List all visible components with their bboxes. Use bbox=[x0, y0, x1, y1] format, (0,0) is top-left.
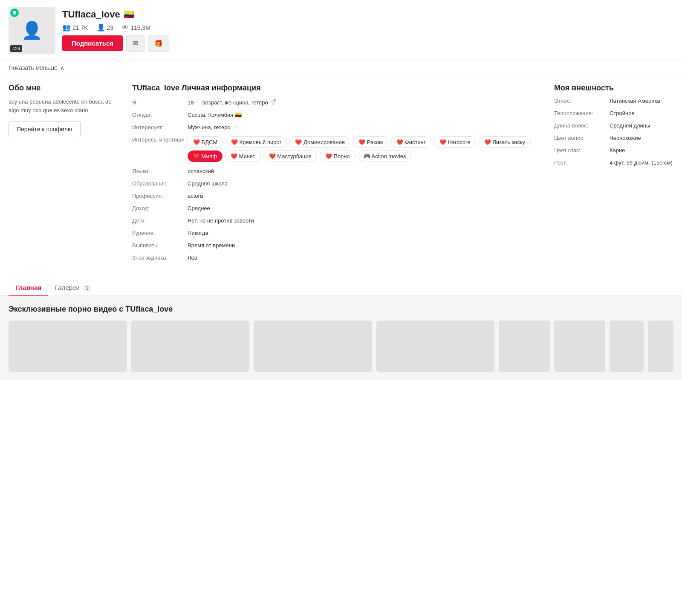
show-less-label: Показать меньше bbox=[9, 64, 58, 71]
video-placeholder-4[interactable] bbox=[376, 321, 495, 372]
smoking-value: Никогда bbox=[188, 230, 541, 236]
views-count: 115,3M bbox=[130, 24, 150, 31]
video-placeholder-3[interactable] bbox=[254, 321, 372, 372]
smoking-row: Курение: Никогда bbox=[132, 230, 541, 236]
appearance-title: Моя внешность bbox=[554, 84, 673, 93]
live-badge bbox=[10, 9, 19, 17]
interest-tag[interactable]: ❤️ Мастурбация bbox=[263, 150, 317, 162]
smoking-label: Курение: bbox=[132, 230, 188, 236]
show-less-button[interactable]: Показать меньше ∧ bbox=[0, 61, 682, 75]
ethnos-value: Латинская Америка bbox=[610, 98, 660, 104]
video-placeholder-7[interactable] bbox=[610, 321, 644, 372]
subscribe-button[interactable]: Подписаться bbox=[62, 35, 123, 51]
children-label: Дети: bbox=[132, 217, 188, 224]
interest-tag[interactable]: ❤️ Минет bbox=[225, 150, 261, 162]
interest-tag[interactable]: ❤️ Лизать киску bbox=[479, 136, 531, 148]
video-placeholder-2[interactable] bbox=[131, 321, 250, 372]
videos-section: Эксклюзивные порно видео с TUflaca_love bbox=[0, 296, 682, 380]
interest-tag[interactable]: ❤️ БДСМ bbox=[188, 136, 223, 148]
video-placeholder-5[interactable] bbox=[499, 321, 550, 372]
username: TUflaca_love bbox=[62, 9, 120, 20]
eye-color-label: Цвет глаз: bbox=[554, 147, 610, 153]
videos-title: Эксклюзивные порно видео с TUflaca_love bbox=[9, 305, 673, 314]
hair-color-label: Цвет волос: bbox=[554, 135, 610, 141]
eye-color-value: Карие bbox=[610, 147, 625, 153]
tab-main[interactable]: Главная bbox=[9, 280, 48, 295]
chevron-up-icon: ∧ bbox=[60, 64, 64, 71]
ya-row: Я: 18 — возраст, женщина, гетеро ⚥ bbox=[132, 99, 541, 106]
about-text: soy una pequeña adolecente en busca de a… bbox=[9, 98, 119, 114]
profession-label: Профессия: bbox=[132, 193, 188, 199]
videos-grid bbox=[9, 321, 673, 372]
stats-row: 👥 21,7K 👤 23 👁 115,3M bbox=[62, 23, 169, 32]
zodiac-row: Знак зодиака: Лев bbox=[132, 254, 541, 261]
gallery-count: 1 bbox=[83, 285, 91, 292]
following-icon: 👤 bbox=[97, 23, 105, 32]
profile-header: 👤 #24 TUflaca_love 🇨🇴 👥 21,7K 👤 23 👁 115… bbox=[0, 0, 682, 61]
children-row: Дети: Нет, но не против завести bbox=[132, 217, 541, 224]
followers-icon: 👥 bbox=[62, 23, 71, 32]
avatar-container: 👤 #24 bbox=[9, 7, 55, 54]
ethnos-row: Этнос: Латинская Америка bbox=[554, 98, 673, 104]
interests-row: Интересы и фетиши : ❤️ БДСМ❤️ Кремовый п… bbox=[132, 136, 541, 162]
education-value: Средняя школа bbox=[188, 180, 541, 187]
education-label: Образование: bbox=[132, 180, 188, 187]
height-label: Рост: bbox=[554, 159, 610, 166]
tab-gallery[interactable]: Галереи 1 bbox=[48, 280, 98, 295]
video-placeholder-1[interactable] bbox=[9, 321, 127, 372]
following-stat: 👤 23 bbox=[97, 23, 114, 32]
followers-count: 21,7K bbox=[72, 24, 88, 31]
hair-color-value: Чернокожие bbox=[610, 135, 641, 141]
otkuda-label: Откуда: bbox=[132, 112, 188, 118]
hair-length-row: Длина волос: Средней длины bbox=[554, 122, 673, 129]
profession-value: actora bbox=[188, 193, 541, 199]
drinking-value: Время от времени bbox=[188, 242, 541, 249]
zodiac-label: Знак зодиака: bbox=[132, 254, 188, 261]
income-label: Доход: bbox=[132, 205, 188, 211]
interest-tag[interactable]: ❤️ Раком bbox=[353, 136, 388, 148]
hair-color-row: Цвет волос: Чернокожие bbox=[554, 135, 673, 141]
avatar-icon: 👤 bbox=[21, 20, 43, 40]
otkuda-row: Откуда: Cucuta, Колумбия 🇨🇴 bbox=[132, 112, 541, 118]
followers-stat: 👥 21,7K bbox=[62, 23, 88, 32]
video-placeholder-6[interactable] bbox=[554, 321, 605, 372]
body-row: Телосложение: Стройное bbox=[554, 110, 673, 116]
interest-tag[interactable]: ❤️ Hardcore bbox=[434, 136, 476, 148]
interest-tag[interactable]: ❤️ Порно bbox=[320, 150, 355, 162]
interest-tag[interactable]: ❤️ Фистинг bbox=[391, 136, 431, 148]
video-placeholder-8[interactable] bbox=[648, 321, 673, 372]
yazyki-label: Языки: bbox=[132, 168, 188, 174]
body-label: Телосложение: bbox=[554, 110, 610, 116]
ya-value: 18 — возраст, женщина, гетеро ⚥ bbox=[188, 99, 541, 106]
personal-info-title: TUflaca_love Личная информация bbox=[132, 84, 541, 93]
zodiac-value: Лев bbox=[188, 254, 541, 261]
interest-tag[interactable]: ❤️ Кремовый пирог bbox=[225, 136, 287, 148]
tags-container: ❤️ БДСМ❤️ Кремовый пирог❤️ Доминирование… bbox=[188, 136, 541, 162]
rank-badge: #24 bbox=[10, 45, 22, 52]
ya-value-text: 18 — возраст, женщина, гетеро bbox=[188, 99, 268, 106]
profession-row: Профессия: actora bbox=[132, 193, 541, 199]
message-button[interactable]: ✉ bbox=[126, 35, 144, 52]
hair-length-label: Длина волос: bbox=[554, 122, 610, 129]
actions-row: Подписаться ✉ 🎁 bbox=[62, 35, 169, 52]
height-row: Рост: 4 фут. 59 дюйм. (150 см) bbox=[554, 159, 673, 166]
views-stat: 👁 115,3M bbox=[122, 24, 150, 32]
interest-tag[interactable]: ❤️ Милф bbox=[188, 150, 223, 162]
body-value: Стройное bbox=[610, 110, 635, 116]
ya-label: Я: bbox=[132, 99, 188, 106]
go-to-profile-button[interactable]: Перейти к профилю bbox=[9, 121, 81, 137]
tabs-row: Главная Галереи 1 bbox=[0, 280, 682, 296]
interest-tag[interactable]: ❤️ Доминирование bbox=[289, 136, 350, 148]
income-value: Среднее bbox=[188, 205, 541, 211]
interest-tag[interactable]: 🎮 Action movies bbox=[358, 150, 412, 162]
gift-button[interactable]: 🎁 bbox=[148, 35, 169, 52]
about-section: Обо мне soy una pequeña adolecente en bu… bbox=[9, 84, 119, 267]
drinking-row: Выпивать: Время от времени bbox=[132, 242, 541, 249]
profile-body: Обо мне soy una pequeña adolecente en bu… bbox=[0, 75, 682, 275]
gender-icon: ⚥ bbox=[271, 99, 276, 106]
interessuet-value-text: Мужчина, гетеро bbox=[188, 124, 231, 130]
education-row: Образование: Средняя школа bbox=[132, 180, 541, 187]
following-count: 23 bbox=[107, 24, 114, 31]
ethnos-label: Этнос: bbox=[554, 98, 610, 104]
yazyki-row: Языки: испанский bbox=[132, 168, 541, 174]
